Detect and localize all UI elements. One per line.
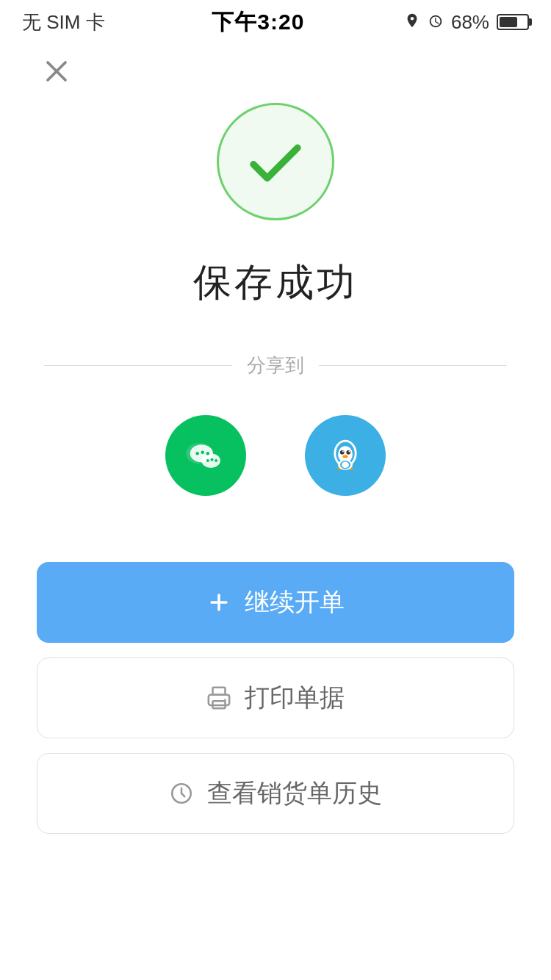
share-wechat-button[interactable] xyxy=(165,415,246,496)
status-right: 68% xyxy=(404,11,529,34)
history-label: 查看销货单历史 xyxy=(207,777,382,810)
divider-left xyxy=(44,365,232,366)
svg-point-15 xyxy=(346,450,350,455)
carrier-label: 无 SIM 卡 xyxy=(22,10,105,35)
plus-icon xyxy=(206,590,231,615)
main-content: 保存成功 分享到 xyxy=(0,44,551,834)
continue-button[interactable]: 继续开单 xyxy=(37,562,514,643)
share-label: 分享到 xyxy=(247,353,304,378)
svg-point-14 xyxy=(340,450,345,455)
continue-label: 继续开单 xyxy=(245,586,345,619)
action-buttons-container: 继续开单 打印单据 查看销货单历史 xyxy=(0,562,551,834)
divider-right xyxy=(319,365,507,366)
print-label: 打印单据 xyxy=(245,681,345,715)
status-left: 无 SIM 卡 xyxy=(22,10,112,35)
history-button[interactable]: 查看销货单历史 xyxy=(37,753,514,834)
svg-point-27 xyxy=(224,699,226,701)
status-time: 下午3:20 xyxy=(212,7,304,37)
location-icon xyxy=(404,11,420,34)
svg-point-17 xyxy=(348,451,350,453)
svg-point-18 xyxy=(342,455,347,458)
success-icon-circle xyxy=(217,103,334,220)
svg-point-7 xyxy=(206,452,210,455)
close-button[interactable] xyxy=(38,53,75,90)
svg-point-16 xyxy=(342,451,344,453)
clock-icon xyxy=(169,781,194,806)
share-qq-button[interactable] xyxy=(305,415,386,496)
share-divider-row: 分享到 xyxy=(0,353,551,378)
printer-icon xyxy=(206,685,231,710)
print-button[interactable]: 打印单据 xyxy=(37,657,514,738)
svg-point-6 xyxy=(201,450,204,454)
svg-rect-24 xyxy=(213,688,226,695)
share-icons-row xyxy=(165,415,386,496)
success-title: 保存成功 xyxy=(193,257,358,309)
battery-percent: 68% xyxy=(451,11,489,34)
battery-indicator xyxy=(497,14,529,30)
svg-point-5 xyxy=(195,452,199,455)
alarm-icon xyxy=(428,11,444,34)
checkmark-icon xyxy=(242,129,309,195)
status-bar: 无 SIM 卡 下午3:20 68% xyxy=(0,0,551,44)
svg-point-10 xyxy=(215,459,217,462)
svg-point-9 xyxy=(211,458,214,461)
svg-point-8 xyxy=(206,459,209,462)
svg-point-23 xyxy=(342,462,349,469)
